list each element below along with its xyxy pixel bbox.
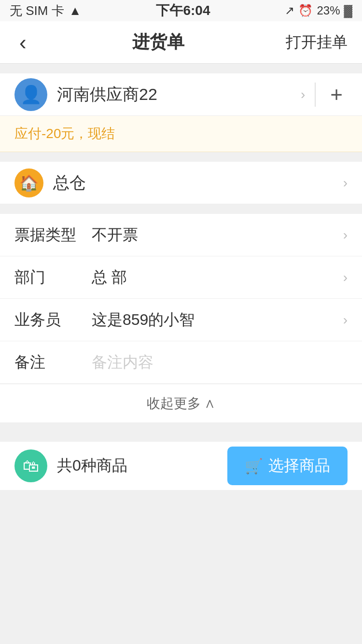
bottom-divider — [0, 422, 362, 432]
alarm-icon: ⏰ — [298, 4, 313, 17]
open-pending-button[interactable]: 打开挂单 — [286, 32, 348, 53]
bottom-product-bar: 🛍 共0种商品 🛒 选择商品 — [0, 442, 362, 490]
warehouse-name: 总仓 — [53, 172, 343, 194]
salesperson-value: 这是859的小智 — [92, 309, 343, 331]
form-section: 票据类型 不开票 › 部门 总 部 › 业务员 这是859的小智 › 备注 备注… — [0, 214, 362, 422]
nav-bar: ‹ 进货单 打开挂单 — [0, 21, 362, 64]
page-background — [0, 490, 362, 587]
carrier-text: 无 SIM 卡 — [10, 2, 64, 19]
dept-label: 部门 — [14, 267, 82, 288]
back-button[interactable]: ‹ — [14, 27, 31, 58]
add-supplier-button[interactable]: + — [325, 78, 348, 112]
salesperson-chevron-icon: › — [343, 312, 348, 328]
status-time: 下午6:04 — [156, 1, 210, 20]
dept-chevron-icon: › — [343, 270, 348, 285]
supplier-avatar: 👤 — [14, 78, 47, 111]
product-count-text: 共0种商品 — [57, 455, 227, 476]
wifi-icon: ▲ — [69, 3, 82, 18]
invoice-chevron-icon: › — [343, 227, 348, 243]
warehouse-icon-wrap: 🏠 — [14, 168, 43, 197]
dept-row[interactable]: 部门 总 部 › — [0, 256, 362, 299]
warehouse-icon: 🏠 — [19, 174, 39, 192]
notice-bar: 应付-20元，现结 — [0, 116, 362, 152]
supplier-row[interactable]: 👤 河南供应商22 › + — [0, 73, 362, 116]
select-product-button[interactable]: 🛒 选择商品 — [227, 447, 348, 485]
salesperson-label: 业务员 — [14, 309, 82, 331]
warehouse-chevron-icon: › — [343, 175, 348, 191]
battery-icon: ▓ — [344, 4, 353, 17]
remark-input[interactable]: 备注内容 — [92, 352, 348, 373]
status-right: ↗ ⏰ 23% ▓ — [285, 4, 352, 17]
select-product-icon: 🛒 — [245, 458, 263, 475]
supplier-chevron-icon: › — [301, 87, 305, 102]
salesperson-row[interactable]: 业务员 这是859的小智 › — [0, 299, 362, 341]
select-product-label: 选择商品 — [268, 455, 330, 476]
top-divider — [0, 64, 362, 73]
invoice-label: 票据类型 — [14, 224, 82, 246]
supplier-name: 河南供应商22 — [57, 84, 301, 106]
product-icon-wrap: 🛍 — [14, 449, 47, 482]
middle-divider-2 — [0, 204, 362, 214]
supplier-divider — [315, 83, 316, 107]
collapse-label: 收起更多 ∧ — [147, 394, 216, 413]
product-icon: 🛍 — [23, 457, 39, 476]
page-title: 进货单 — [132, 30, 184, 54]
status-left: 无 SIM 卡 ▲ — [10, 2, 81, 19]
notice-text: 应付-20元，现结 — [14, 126, 115, 141]
invoice-row[interactable]: 票据类型 不开票 › — [0, 214, 362, 256]
collapse-row[interactable]: 收起更多 ∧ — [0, 384, 362, 422]
remark-label: 备注 — [14, 352, 82, 373]
location-icon: ↗ — [285, 4, 294, 17]
status-bar: 无 SIM 卡 ▲ 下午6:04 ↗ ⏰ 23% ▓ — [0, 0, 362, 21]
battery-text: 23% — [317, 4, 340, 17]
warehouse-row[interactable]: 🏠 总仓 › — [0, 162, 362, 204]
invoice-value: 不开票 — [92, 224, 343, 246]
avatar-icon: 👤 — [20, 84, 42, 105]
remark-row[interactable]: 备注 备注内容 — [0, 341, 362, 384]
middle-divider-1 — [0, 152, 362, 162]
dept-value: 总 部 — [92, 267, 343, 288]
